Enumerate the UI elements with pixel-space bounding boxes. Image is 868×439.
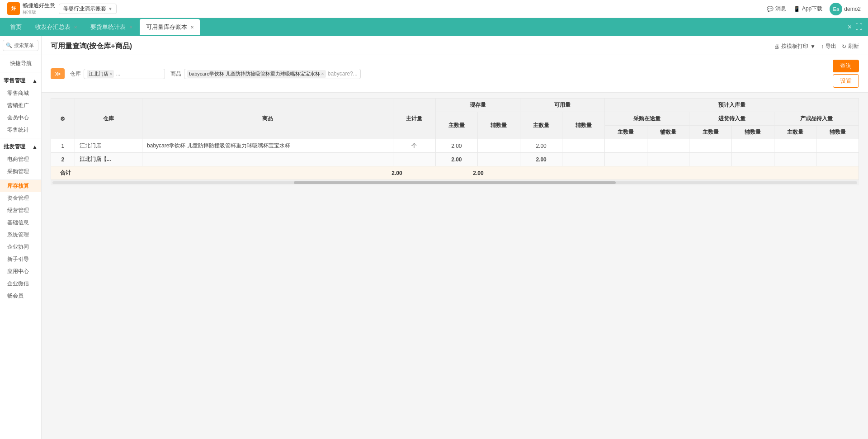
scrollbar-track <box>52 181 857 184</box>
filter-toggle-button[interactable]: ≫ <box>51 68 65 79</box>
nav-expand-icon: ⛶ <box>855 23 863 31</box>
sidebar-item-operations[interactable]: 经营管理 <box>0 204 41 217</box>
sidebar-item-apps[interactable]: 应用中心 <box>0 265 41 278</box>
cell-index-1: 1 <box>51 139 75 153</box>
refresh-label: 刷新 <box>848 42 859 50</box>
wholesale-section-header[interactable]: 批发管理 ▲ <box>0 140 41 153</box>
cell-produce-sub-1 <box>816 139 859 153</box>
sidebar-item-marketing[interactable]: 营销推广 <box>0 99 41 112</box>
col-settings[interactable]: ⚙ <box>51 99 75 139</box>
cell-unit-2 <box>393 153 435 166</box>
cell-produce-sub-2 <box>816 153 859 166</box>
product-tag-remove-1[interactable]: × <box>321 71 324 76</box>
refresh-icon: ↻ <box>842 43 846 50</box>
sidebar-item-retail-stats[interactable]: 零售统计 <box>0 124 41 136</box>
app-logo: 好 <box>7 2 20 15</box>
tab-receipt-close[interactable]: × <box>74 24 77 30</box>
cell-avail-sub-2 <box>562 153 605 166</box>
cell-purchase-main-1 <box>605 139 647 153</box>
sidebar-search-area: 🔍 搜索菜单 <box>0 36 41 55</box>
product-label: 商品 <box>170 70 181 78</box>
scrollbar-thumb[interactable] <box>294 181 616 184</box>
sidebar-item-member-center[interactable]: 会员中心 <box>0 112 41 124</box>
cell-import-main-2 <box>689 153 732 166</box>
filter-bar: ≫ 仓库 江北门店 × ... 商品 babycare学饮杯 儿童防摔防撞吸管杯… <box>42 55 868 93</box>
settings-button[interactable]: 设置 <box>833 74 859 88</box>
sidebar-item-system[interactable]: 系统管理 <box>0 229 41 241</box>
quick-nav-label: 快捷导航 <box>10 60 32 67</box>
col-group-planned: 预计入库量 <box>605 99 859 112</box>
col-purchase-main: 主数量 <box>605 126 647 139</box>
tab-order[interactable]: 要货单统计表 × <box>84 19 138 35</box>
warehouse-tags[interactable]: 江北门店 × ... <box>84 69 165 79</box>
sidebar-item-enterprise[interactable]: 企业协同 <box>0 241 41 253</box>
sidebar-item-retail-store[interactable]: 零售商城 <box>0 87 41 99</box>
message-button[interactable]: 💬 消息 <box>767 5 786 13</box>
tab-receipt[interactable]: 收发存汇总表 × <box>29 19 83 35</box>
sidebar-item-purchase[interactable]: 采购管理 <box>0 165 41 178</box>
cell-avail-main-2: 2.00 <box>520 153 562 166</box>
tab-home[interactable]: 首页 <box>4 19 28 35</box>
sidebar-item-finance[interactable]: 资金管理 <box>0 192 41 204</box>
table-row: 2 江北门店【... 2.00 2.00 <box>51 153 859 166</box>
sidebar-item-member[interactable]: 畅会员 <box>0 290 41 302</box>
col-unit: 主计量 <box>393 99 435 139</box>
sidebar-item-wechat[interactable]: 企业微信 <box>0 278 41 290</box>
cell-warehouse-1: 江北门店 <box>75 139 142 153</box>
cell-import-main-1 <box>689 139 732 153</box>
footer-stock-main: 2.00 <box>377 170 417 176</box>
page-header-actions: 🖨 按模板打印 ▼ ↑ 导出 ↻ 刷新 <box>774 42 859 50</box>
warehouse-tag-remove[interactable]: × <box>109 71 112 76</box>
print-chevron: ▼ <box>810 43 816 50</box>
warehouse-tag-label: 江北门店 <box>89 71 108 77</box>
app-edition: 标准版 <box>23 9 55 15</box>
query-button[interactable]: 查询 <box>833 60 859 72</box>
sidebar-item-ecommerce[interactable]: 电商管理 <box>0 153 41 165</box>
col-produce-sub: 辅数量 <box>816 126 859 139</box>
product-tags[interactable]: babycare学饮杯 儿童防摔防撞吸管杯重力球吸嘴杯宝宝水杯 × babyca… <box>184 69 361 79</box>
tab-inventory[interactable]: 可用量库存账本 × <box>140 19 200 35</box>
horizontal-scrollbar[interactable] <box>51 180 859 185</box>
sidebar-item-basics[interactable]: 基础信息 <box>0 217 41 229</box>
top-bar: 好 畅捷通好生意 标准版 母婴行业演示账套 ▼ 💬 消息 📱 App下载 Ea … <box>0 0 868 18</box>
product-tag-label: babycare学饮杯 儿童防摔防撞吸管杯重力球吸嘴杯宝宝水杯 <box>189 71 320 77</box>
warehouse-label: 仓库 <box>70 70 81 78</box>
export-button[interactable]: ↑ 导出 <box>821 42 836 50</box>
username: demo2 <box>844 6 861 12</box>
cell-index-2: 2 <box>51 153 75 166</box>
logo-area: 好 畅捷通好生意 标准版 <box>7 2 55 15</box>
top-bar-left: 好 畅捷通好生意 标准版 母婴行业演示账套 ▼ <box>7 2 117 15</box>
tab-order-close[interactable]: × <box>129 24 132 30</box>
retail-section-chevron: ▲ <box>32 78 38 84</box>
page-header: 可用量查询(按仓库+商品) 🖨 按模板打印 ▼ ↑ 导出 ↻ 刷新 <box>42 36 868 55</box>
sidebar-item-quick-nav[interactable]: 快捷导航 <box>0 57 41 70</box>
cell-unit-1: 个 <box>393 139 435 153</box>
col-stock-main: 主数量 <box>435 112 478 139</box>
app-download-button[interactable]: 📱 App下载 <box>793 5 822 13</box>
sidebar-item-newbie[interactable]: 新手引导 <box>0 253 41 265</box>
col-import-sub: 辅数量 <box>732 126 774 139</box>
retail-section-label: 零售管理 <box>4 77 25 85</box>
cell-import-sub-2 <box>732 153 774 166</box>
refresh-button[interactable]: ↻ 刷新 <box>842 42 859 50</box>
wholesale-section: 批发管理 ▲ 电商管理 采购管理 <box>0 138 41 180</box>
company-selector[interactable]: 母婴行业演示账套 ▼ <box>59 4 117 14</box>
app-name: 畅捷通好生意 <box>23 2 55 9</box>
col-warehouse: 仓库 <box>75 99 142 139</box>
footer-avail-main: 2.00 <box>458 170 499 176</box>
cell-purchase-sub-1 <box>647 139 689 153</box>
col-group-avail: 可用量 <box>520 99 604 112</box>
retail-section-header[interactable]: 零售管理 ▲ <box>0 74 41 87</box>
nav-close-all[interactable]: × ⛶ <box>848 23 863 31</box>
download-icon: 📱 <box>793 6 800 12</box>
print-button[interactable]: 🖨 按模板打印 ▼ <box>774 42 816 50</box>
col-group-stock: 现存量 <box>435 99 520 112</box>
user-profile[interactable]: Ea demo2 <box>830 3 861 15</box>
table-footer: 合计 2.00 2.00 <box>51 166 859 180</box>
tab-inventory-close[interactable]: × <box>191 24 193 30</box>
wholesale-section-label: 批发管理 <box>4 143 25 151</box>
company-name: 母婴行业演示账套 <box>63 5 106 13</box>
sidebar-item-inventory[interactable]: 库存核算 <box>0 180 41 192</box>
search-menu-button[interactable]: 🔍 搜索菜单 <box>3 40 38 51</box>
top-bar-right: 💬 消息 📱 App下载 Ea demo2 <box>767 3 861 15</box>
